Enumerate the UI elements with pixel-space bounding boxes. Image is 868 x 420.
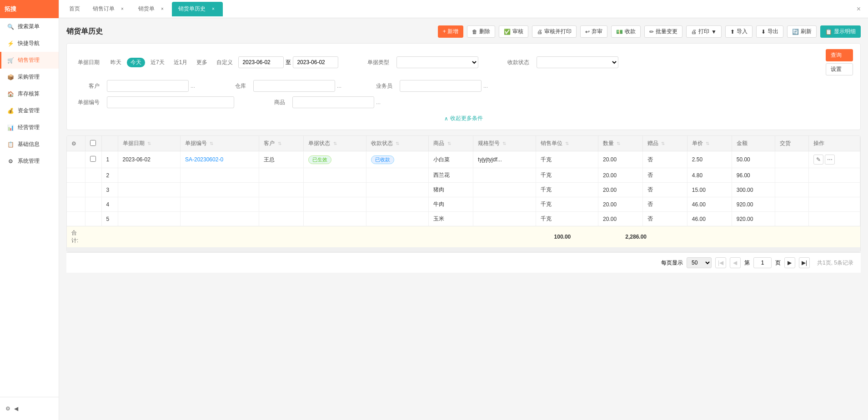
collect-button[interactable]: 💵 收款 (611, 25, 641, 38)
sidebar-item-search-menu[interactable]: 🔍 搜索菜单 (0, 18, 59, 35)
date-btn-7days[interactable]: 近7天 (147, 58, 168, 67)
col-checkbox (85, 136, 101, 151)
gear-icon: ⚙ (7, 158, 14, 165)
tab-sales-delivery-close[interactable]: × (159, 6, 166, 12)
tab-sales-order-close[interactable]: × (119, 6, 125, 12)
tab-sales-history[interactable]: 销货单历史 × (172, 2, 223, 16)
date-to-input[interactable] (293, 56, 338, 68)
row-price-cell: 2.50 (687, 151, 732, 168)
customer-input[interactable] (107, 80, 189, 92)
next-page-btn[interactable]: ▶ (784, 257, 795, 268)
new-button[interactable]: + 新增 (438, 25, 463, 38)
more-btn[interactable]: ⋯ (825, 155, 835, 165)
date-btn-today[interactable]: 今天 (127, 58, 145, 67)
date-btn-more[interactable]: 更多 (193, 58, 211, 67)
col-spec-label: 规格型号 (478, 140, 500, 146)
page-number-input[interactable] (753, 257, 772, 268)
batch-change-button[interactable]: ✏ 批量变更 (644, 25, 682, 38)
col-doc-status[interactable]: 单据状态 (304, 136, 366, 151)
sidebar-item-label: 库存核算 (18, 90, 40, 98)
import-button[interactable]: ⬆ 导入 (725, 25, 753, 38)
date-btn-custom[interactable]: 自定义 (213, 58, 236, 67)
collapse-btn[interactable]: ∧ 收起更多条件 (74, 113, 853, 124)
goods-dots[interactable]: ... (376, 99, 381, 105)
goods-input[interactable] (292, 96, 374, 108)
row-qty-cell: 20.00 (598, 151, 643, 168)
page-title: 销货单历史 (66, 27, 103, 36)
audit-button[interactable]: ✅ 审核 (499, 25, 528, 38)
main-area: 首页 销售订单 × 销货单 × 销货单历史 × × 销货单历史 + 新增 🗑 删… (59, 0, 868, 420)
pay-status-select[interactable] (537, 56, 618, 68)
doc-no-input[interactable] (107, 96, 234, 108)
last-page-btn[interactable]: ▶| (799, 257, 810, 268)
col-goods[interactable]: 商品 (429, 136, 473, 151)
warehouse-input[interactable] (253, 80, 335, 92)
warehouse-dots[interactable]: ... (337, 83, 341, 89)
col-price[interactable]: 单价 (687, 136, 732, 151)
tab-home[interactable]: 首页 (63, 2, 86, 16)
print-button[interactable]: 🖨 打印 ▼ (686, 25, 722, 38)
sidebar-item-label: 销售管理 (18, 56, 40, 64)
sidebar-item-purchase-mgmt[interactable]: 📦 采购管理 (0, 69, 59, 85)
sidebar-item-inventory[interactable]: 🏠 库存核算 (0, 85, 59, 102)
col-doc-no[interactable]: 单据编号 (180, 136, 259, 151)
doc-type-select[interactable] (396, 56, 478, 68)
row-checkbox[interactable] (90, 156, 96, 162)
row-unit-cell: 千克 (536, 212, 598, 226)
sidebar-item-sales-mgmt[interactable]: 🛒 销售管理 (0, 52, 59, 69)
col-doc-date[interactable]: 单据日期 (118, 136, 180, 151)
first-page-btn[interactable]: |◀ (715, 257, 726, 268)
col-pay-status[interactable]: 收款状态 (366, 136, 428, 151)
sidebar-settings-btn[interactable]: ⚙ ◀ (0, 402, 59, 415)
col-gift[interactable]: 赠品 (642, 136, 687, 151)
page-label-pre: 第 (744, 259, 750, 267)
show-detail-button[interactable]: 📋 显示明细 (820, 25, 861, 38)
salesperson-dots[interactable]: ... (483, 83, 488, 89)
abandon-button[interactable]: ↩ 弃审 (580, 25, 607, 38)
pay-status-label: 收款状态 (504, 59, 529, 66)
col-spec[interactable]: 规格型号 (473, 136, 536, 151)
col-settings[interactable]: ⚙ (67, 136, 85, 151)
setting-button[interactable]: 设置 (826, 63, 853, 75)
row-settings-cell (67, 197, 85, 212)
doc-no-link[interactable]: SA-20230602-0 (185, 156, 223, 163)
tab-sales-order[interactable]: 销售订单 × (86, 2, 132, 16)
sidebar-item-basic-info[interactable]: 📋 基础信息 (0, 136, 59, 153)
delete-button[interactable]: 🗑 删除 (467, 25, 495, 38)
horizontal-scrollbar[interactable] (67, 247, 860, 252)
window-close-btn[interactable]: × (853, 5, 864, 13)
tab-sales-history-close[interactable]: × (210, 6, 216, 12)
row-unit-cell: 千克 (536, 197, 598, 212)
salesperson-input[interactable] (400, 80, 482, 92)
col-goods-label: 商品 (433, 140, 444, 146)
col-customer[interactable]: 客户 (259, 136, 304, 151)
edit-btn[interactable]: ✎ (813, 155, 823, 165)
total-qty: 100.00 (554, 234, 571, 240)
tab-sales-delivery[interactable]: 销货单 × (132, 2, 172, 16)
sidebar-item-sys-mgmt[interactable]: ⚙ 系统管理 (0, 153, 59, 170)
col-unit[interactable]: 销售单位 (536, 136, 598, 151)
row-price-cell: 15.00 (687, 183, 732, 197)
refresh-button[interactable]: 🔄 刷新 (787, 25, 817, 38)
warehouse-control: ... (253, 80, 341, 92)
doc-no-label: 单据编号 (74, 99, 100, 106)
row-spec-cell (473, 197, 536, 212)
date-btn-1month[interactable]: 近1月 (170, 58, 191, 67)
sidebar-item-operations[interactable]: 📊 经营管理 (0, 119, 59, 136)
date-btn-yesterday[interactable]: 昨天 (107, 58, 125, 67)
chart-icon: 📊 (7, 124, 14, 131)
page-size-select[interactable]: 50 20 100 (687, 257, 712, 268)
prev-page-btn[interactable]: ◀ (730, 257, 741, 268)
row-doc-status-cell (304, 197, 366, 212)
export-button[interactable]: ⬇ 导出 (756, 25, 783, 38)
sidebar-item-finance[interactable]: 💰 资金管理 (0, 102, 59, 119)
collect-icon: 💵 (616, 29, 623, 35)
query-button[interactable]: 查询 (826, 49, 853, 61)
col-qty[interactable]: 数量 (598, 136, 643, 151)
row-pay-status-cell (366, 168, 428, 183)
customer-dots[interactable]: ... (191, 83, 195, 89)
sidebar-item-quick-nav[interactable]: ⚡ 快捷导航 (0, 35, 59, 52)
date-from-input[interactable] (238, 56, 284, 68)
select-all-checkbox[interactable] (90, 140, 96, 146)
audit-print-button[interactable]: 🖨 审核并打印 (532, 25, 577, 38)
